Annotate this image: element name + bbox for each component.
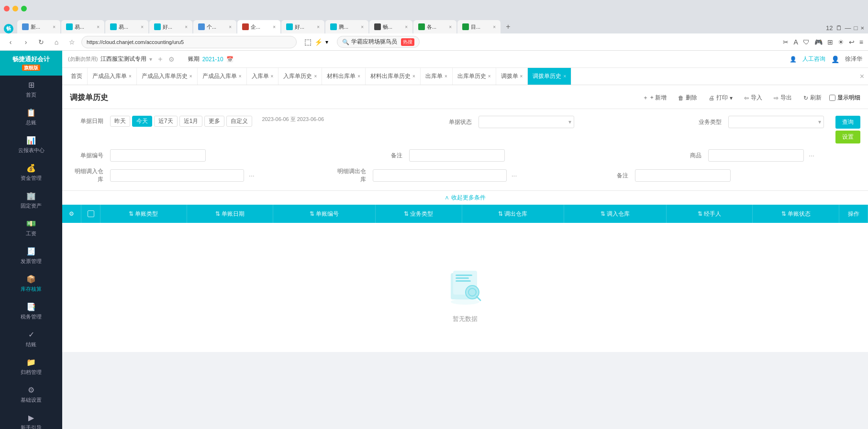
forward-button[interactable]: › — [20, 36, 32, 48]
calendar-icon[interactable]: 📅 — [226, 56, 234, 63]
collapse-bar[interactable]: ∧ 收起更多条件 — [62, 191, 868, 205]
tab-products-in2[interactable]: 产成品入库单 × — [198, 68, 247, 85]
select-all-checkbox[interactable] — [88, 210, 94, 217]
grid-icon[interactable]: ⊞ — [827, 38, 833, 46]
tab-out-history[interactable]: 出库单历史 × — [453, 68, 496, 85]
date-btn-today[interactable]: 今天 — [132, 116, 152, 127]
home-button[interactable]: ⌂ — [51, 36, 62, 48]
user-name[interactable]: 徐泽华 — [845, 55, 862, 63]
star-button[interactable]: ☆ — [66, 36, 78, 48]
browser-tab-11[interactable]: 目... × — [457, 20, 501, 33]
th-type[interactable]: ⇅ 单账类型 — [100, 205, 187, 223]
query-button[interactable]: 查询 — [835, 116, 860, 129]
sidebar-item-closing[interactable]: ✓ 结账 — [0, 325, 62, 353]
browser-tab-5[interactable]: 个... × — [193, 20, 236, 33]
new-tab-button[interactable]: + — [501, 20, 515, 33]
translate-icon[interactable]: A — [793, 38, 798, 46]
sidebar-item-ledger[interactable]: 📋 总账 — [0, 103, 62, 131]
shield-icon[interactable]: 🛡 — [803, 38, 810, 46]
sidebar-item-guide[interactable]: ▶ 新手引导 — [0, 408, 62, 429]
tab-transfer-history[interactable]: 调拨单历史 × — [528, 68, 571, 85]
date-btn-7days[interactable]: 近7天 — [154, 116, 178, 127]
browser-tab-9[interactable]: 畅... × — [369, 20, 412, 33]
remark-input[interactable] — [409, 149, 505, 162]
status-select[interactable] — [479, 116, 574, 128]
number-input[interactable] — [110, 149, 206, 162]
delete-button[interactable]: 🗑 删除 — [674, 92, 701, 104]
sidebar-item-payroll[interactable]: 💵 工资 — [0, 214, 62, 242]
th-number[interactable]: ⇅ 单账编号 — [273, 205, 375, 223]
date-btn-more[interactable]: 更多 — [204, 116, 224, 127]
browser-tab-2[interactable]: 易... × — [61, 20, 104, 33]
th-status[interactable]: ⇅ 单账状态 — [753, 205, 839, 223]
sidebar-item-inventory[interactable]: 📦 库存核算 — [0, 270, 62, 297]
browser-tab-8[interactable]: 腾... × — [325, 20, 368, 33]
close-all-tabs-icon[interactable]: × — [860, 72, 864, 81]
address-input[interactable] — [81, 36, 297, 48]
period-value[interactable]: 2021-10 — [202, 56, 223, 63]
th-gear-cell[interactable]: ⚙ — [62, 205, 81, 223]
remark2-input[interactable] — [635, 169, 731, 182]
display-checkbox[interactable] — [829, 95, 835, 101]
browser-tab-10[interactable]: 各... × — [413, 20, 456, 33]
tab-material-out-history[interactable]: 材料出库单历史 × — [366, 68, 421, 85]
browser-tab-3[interactable]: 易... × — [105, 20, 148, 33]
back-button[interactable]: ‹ — [5, 36, 16, 48]
sidebar-item-home[interactable]: ⊞ 首页 — [0, 76, 62, 103]
print-dropdown-icon[interactable]: ▾ — [730, 95, 733, 101]
undo-icon[interactable]: ↩ — [849, 38, 855, 46]
th-handler[interactable]: ⇅ 经手人 — [667, 205, 753, 223]
company-settings-icon[interactable]: ⚙ — [168, 55, 175, 63]
refresh-browser-button[interactable]: ↻ — [35, 36, 47, 48]
biz-type-select[interactable] — [728, 116, 824, 128]
th-date[interactable]: ⇅ 单账日期 — [187, 205, 274, 223]
dropdown-icon[interactable]: ▾ — [325, 39, 328, 45]
tab-material-out[interactable]: 材料出库单 × — [322, 68, 366, 85]
refresh-button[interactable]: ↻ 刷新 — [800, 92, 825, 104]
export-button[interactable]: ⇨ 导出 — [770, 92, 796, 104]
menu-icon[interactable]: ≡ — [859, 38, 863, 46]
tab-products-in-history[interactable]: 产成品入库单历史 × — [137, 68, 198, 85]
company-selector[interactable]: (勿删勿禁用) 江西服宝测试专用 ▾ — [68, 55, 152, 63]
goods-more-icon[interactable]: ··· — [809, 152, 814, 159]
detail-in-more-icon[interactable]: ··· — [249, 172, 255, 179]
print-button[interactable]: 🖨 打印 ▾ — [705, 92, 736, 104]
new-button[interactable]: ＋ + 新增 — [639, 92, 670, 104]
service-label[interactable]: 人工咨询 — [802, 55, 825, 63]
date-btn-yesterday[interactable]: 昨天 — [110, 116, 130, 127]
sidebar-item-reports[interactable]: 📊 云报表中心 — [0, 131, 62, 159]
th-out[interactable]: ⇅ 调出仓库 — [462, 205, 564, 223]
tab-in-history[interactable]: 入库单历史 × — [278, 68, 322, 85]
tab-transfer[interactable]: 调拨单 × — [496, 68, 528, 85]
sidebar-item-tax[interactable]: 📑 税务管理 — [0, 297, 62, 325]
th-in[interactable]: ⇅ 调入仓库 — [564, 205, 666, 223]
sidebar-item-invoice[interactable]: 🧾 发票管理 — [0, 242, 62, 270]
detail-out-more-icon[interactable]: ··· — [512, 172, 517, 179]
browser-tab-7[interactable]: 好... × — [281, 20, 324, 33]
browser-tab-1[interactable]: 新... × — [17, 20, 60, 33]
goods-input[interactable] — [708, 149, 804, 162]
add-company-button[interactable]: + — [158, 55, 162, 64]
tab-products-in[interactable]: 产成品入库单 × — [88, 68, 137, 85]
settings-button[interactable]: 设置 — [835, 131, 860, 143]
th-biz[interactable]: ⇅ 业务类型 — [376, 205, 462, 223]
date-btn-1month[interactable]: 近1月 — [179, 116, 203, 127]
theme-icon[interactable]: ☀ — [838, 38, 844, 46]
import-button[interactable]: ⇦ 导入 — [740, 92, 766, 104]
th-checkbox-cell[interactable] — [81, 205, 100, 223]
browser-tab-6[interactable]: 企... × — [237, 20, 280, 33]
game-icon[interactable]: 🎮 — [814, 38, 823, 46]
detail-out-input[interactable] — [373, 169, 507, 182]
sidebar-item-funds[interactable]: 💰 资金管理 — [0, 159, 62, 187]
sidebar-item-settings[interactable]: ⚙ 基础设置 — [0, 381, 62, 408]
tab-out[interactable]: 出库单 × — [421, 68, 453, 85]
sidebar-item-archive[interactable]: 📁 归档管理 — [0, 353, 62, 381]
sidebar-item-assets[interactable]: 🏢 固定资产 — [0, 187, 62, 214]
date-btn-custom[interactable]: 自定义 — [226, 116, 252, 127]
tab-home[interactable]: 首页 — [66, 68, 88, 85]
tab-in[interactable]: 入库单 × — [247, 68, 279, 85]
detail-in-input[interactable] — [110, 169, 244, 182]
scissors-icon[interactable]: ✂ — [783, 38, 789, 46]
display-toggle[interactable]: 显示明细 — [829, 94, 860, 102]
company-dropdown-icon[interactable]: ▾ — [149, 56, 152, 63]
